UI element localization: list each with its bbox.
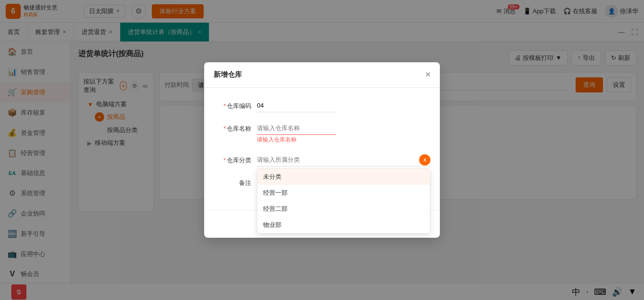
- modal-header: 新增仓库 ×: [204, 62, 440, 88]
- dropdown-item-dept2[interactable]: 经营二部: [257, 201, 430, 217]
- code-field-wrap: [257, 99, 430, 112]
- form-row-category: *仓库分类 ∧ 未分类 经营一部 经营二部 物业部: [214, 153, 430, 167]
- name-error-msg: 请输入仓库名称: [257, 136, 430, 144]
- name-input[interactable]: [257, 122, 336, 135]
- category-field-wrap: ∧ 未分类 经营一部 经营二部 物业部: [257, 153, 430, 167]
- dropdown-item-dept3[interactable]: 物业部: [257, 217, 430, 233]
- form-row-code: *仓库编码: [214, 99, 430, 112]
- modal-close-button[interactable]: ×: [425, 70, 430, 80]
- modal-title: 新增仓库: [214, 70, 242, 79]
- form-row-name: *仓库名称 请输入仓库名称: [214, 122, 430, 144]
- dropdown-item-dept1[interactable]: 经营一部: [257, 185, 430, 201]
- name-label: *仓库名称: [214, 122, 251, 133]
- category-dropdown-toggle[interactable]: ∧: [419, 154, 430, 166]
- category-label: *仓库分类: [214, 153, 251, 165]
- modal-body: *仓库编码 *仓库名称 请输入仓库名称 *仓库分类 ∧: [204, 88, 440, 210]
- dropdown-item-uncategorized[interactable]: 未分类: [257, 169, 430, 185]
- category-dropdown: 未分类 经营一部 经营二部 物业部: [257, 168, 430, 233]
- code-input[interactable]: [257, 99, 336, 112]
- new-warehouse-modal: 新增仓库 × *仓库编码 *仓库名称 请输入仓库名称 *仓库分类: [204, 62, 440, 238]
- category-input[interactable]: [257, 153, 430, 167]
- name-field-wrap: 请输入仓库名称: [257, 122, 430, 144]
- code-label: *仓库编码: [214, 99, 251, 110]
- category-select-wrap: ∧: [257, 153, 430, 167]
- notes-label: 备注: [214, 176, 251, 187]
